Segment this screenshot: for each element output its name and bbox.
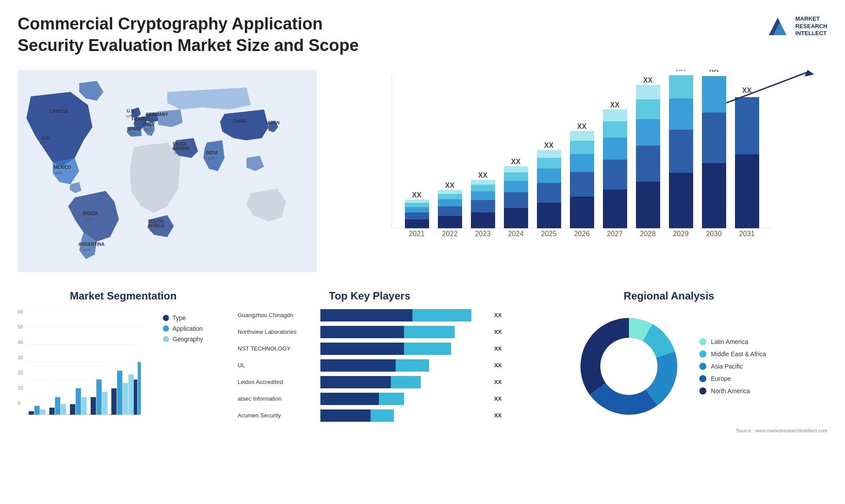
regional-legend-label: Latin America xyxy=(711,338,748,345)
regional-legend-dot xyxy=(699,375,706,382)
svg-rect-136 xyxy=(111,388,117,415)
seg-legend: Type Application Geography xyxy=(145,314,203,424)
player-name: Guangzhou Chinagdn xyxy=(238,312,317,318)
player-row: UL XX xyxy=(238,359,502,372)
player-name: UL xyxy=(238,362,317,369)
svg-rect-70 xyxy=(537,158,561,168)
svg-rect-104 xyxy=(702,76,726,113)
players-title: Top Key Players xyxy=(238,290,502,302)
svg-text:2028: 2028 xyxy=(640,230,656,237)
regional-legend-dot xyxy=(699,363,706,370)
svg-text:SPAIN: SPAIN xyxy=(127,127,140,131)
legend-application: Application xyxy=(163,325,203,332)
logo-text: MARKET RESEARCH INTELLECT xyxy=(795,15,827,38)
world-map: CANADA xx% U.S. xx% MEXICO xx% BRAZIL xx… xyxy=(18,66,317,277)
regional-legend-dot xyxy=(699,351,706,358)
trend-arrow xyxy=(726,70,814,105)
svg-rect-85 xyxy=(603,110,627,121)
players-list: Guangzhou Chinagdn XX Northview Laborato… xyxy=(238,309,502,422)
svg-rect-75 xyxy=(570,172,594,197)
svg-text:XX: XX xyxy=(610,101,620,109)
svg-rect-49 xyxy=(438,194,462,199)
svg-text:xx%: xx% xyxy=(144,127,151,131)
svg-rect-67 xyxy=(537,203,561,228)
svg-text:2027: 2027 xyxy=(607,230,623,237)
page-title: Commercial Cryptography Application Secu… xyxy=(18,13,370,57)
svg-text:xx%: xx% xyxy=(83,248,90,252)
bottom-section: Market Segmentation 60 50 40 30 20 10 0 xyxy=(18,290,827,433)
player-bar-dark xyxy=(320,409,371,422)
legend-dot-geography xyxy=(163,336,169,342)
svg-rect-76 xyxy=(570,154,594,172)
player-bar xyxy=(320,343,488,355)
svg-text:XX: XX xyxy=(478,172,488,179)
svg-text:2026: 2026 xyxy=(574,230,590,237)
svg-rect-56 xyxy=(471,185,495,191)
svg-text:XX: XX xyxy=(643,77,653,84)
player-bar-light xyxy=(404,343,451,355)
svg-rect-41 xyxy=(405,207,429,212)
player-bar-dark xyxy=(320,376,391,388)
svg-rect-54 xyxy=(471,200,495,212)
svg-rect-39 xyxy=(405,219,429,228)
svg-text:xx%: xx% xyxy=(55,171,62,175)
player-name: atsec Information xyxy=(238,395,317,402)
segmentation-title: Market Segmentation xyxy=(18,290,229,302)
legend-label-type: Type xyxy=(173,314,186,321)
svg-rect-130 xyxy=(81,397,87,415)
svg-rect-83 xyxy=(603,138,627,160)
players-area: Top Key Players Guangzhou Chinagdn XX No… xyxy=(238,290,502,433)
svg-text:AFRICA: AFRICA xyxy=(148,223,165,228)
svg-text:2025: 2025 xyxy=(541,230,557,237)
svg-text:ITALY: ITALY xyxy=(143,122,155,127)
svg-rect-138 xyxy=(123,383,128,415)
svg-rect-141 xyxy=(138,362,141,415)
logo: MARKET RESEARCH INTELLECT xyxy=(764,13,827,40)
svg-rect-81 xyxy=(603,190,627,228)
svg-rect-128 xyxy=(70,404,75,415)
svg-rect-64 xyxy=(504,166,528,172)
legend-label-application: Application xyxy=(173,325,203,332)
svg-rect-84 xyxy=(603,121,627,138)
svg-rect-60 xyxy=(504,208,528,228)
svg-rect-97 xyxy=(669,99,693,130)
regional-legend-dot xyxy=(699,338,706,345)
svg-text:U.S.: U.S. xyxy=(42,135,51,140)
svg-text:XX: XX xyxy=(445,182,455,189)
svg-text:XX: XX xyxy=(544,142,554,149)
player-value: XX xyxy=(494,395,502,402)
svg-text:XX: XX xyxy=(577,123,587,130)
svg-text:U.K.: U.K. xyxy=(127,109,136,113)
svg-text:xx%: xx% xyxy=(129,131,136,136)
regional-legend-item: Asia Pacific xyxy=(699,363,766,370)
svg-rect-90 xyxy=(636,119,660,146)
svg-rect-124 xyxy=(49,408,55,415)
svg-text:xx%: xx% xyxy=(150,228,157,233)
player-name: Leidos Accredited xyxy=(238,379,317,385)
svg-text:XX: XX xyxy=(511,158,521,165)
svg-rect-103 xyxy=(702,113,726,163)
svg-rect-134 xyxy=(102,392,107,415)
legend-geography: Geography xyxy=(163,336,203,343)
player-value: XX xyxy=(494,362,502,369)
svg-rect-47 xyxy=(438,206,462,216)
svg-rect-88 xyxy=(636,182,660,228)
svg-rect-48 xyxy=(438,199,462,206)
donut-chart xyxy=(572,309,686,424)
player-bar-dark xyxy=(320,309,412,321)
player-bar-light xyxy=(379,393,404,405)
svg-rect-82 xyxy=(603,160,627,190)
svg-rect-40 xyxy=(405,212,429,219)
player-bar xyxy=(320,309,488,321)
svg-rect-142 xyxy=(129,374,134,415)
segmentation-area: Market Segmentation 60 50 40 30 20 10 0 xyxy=(18,290,229,433)
player-bar-dark xyxy=(320,393,379,405)
svg-text:xx%: xx% xyxy=(40,141,47,146)
seg-bar-chart: 2021 2022 2023 2024 xyxy=(26,309,141,415)
top-section: CANADA xx% U.S. xx% MEXICO xx% BRAZIL xx… xyxy=(18,66,827,277)
player-row: Northview Laboratories XX xyxy=(238,326,502,338)
svg-text:CANADA: CANADA xyxy=(49,109,68,114)
player-bar-dark xyxy=(320,359,396,372)
regional-legend-item: North America xyxy=(699,387,766,394)
svg-rect-78 xyxy=(570,131,594,141)
